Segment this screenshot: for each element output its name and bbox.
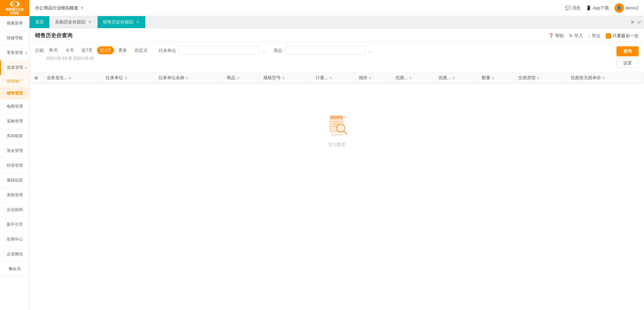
th-quantity-label: 数量: [482, 75, 490, 81]
date-btn-yesterday[interactable]: 昨天: [46, 46, 61, 54]
th-quoted-price-label: 报价: [359, 75, 368, 81]
sidebar-item-ecommerce[interactable]: 电商管理: [0, 99, 29, 114]
th-unit[interactable]: 计量...: [312, 72, 356, 84]
sort-down-icon12: [602, 78, 605, 80]
sort-up-icon6: [329, 76, 332, 78]
sort-up-icon7: [369, 76, 372, 78]
th-discount2[interactable]: 优惠...: [435, 72, 478, 84]
sidebar-item-purchase[interactable]: 采购管理: [0, 114, 29, 129]
data-table: ⚙ 业务发生...: [30, 72, 644, 84]
tab-home[interactable]: 首页: [30, 16, 50, 28]
settings-button[interactable]: 设置: [616, 58, 639, 68]
counterpart-label: 往来单位: [159, 46, 176, 54]
th-unit-label: 计量...: [316, 75, 328, 81]
sort-arrows-counterpart: [124, 76, 127, 80]
tab-purchase-history[interactable]: 采购历史价跟踪 ✕: [50, 16, 98, 28]
counterpart-input[interactable]: [179, 46, 259, 55]
sidebar-item-wholesale[interactable]: 批发管理: [0, 60, 29, 75]
sort-down-icon10: [492, 78, 494, 80]
date-btn-1month[interactable]: 近1月: [97, 46, 114, 54]
import-action[interactable]: ↻ 导入: [569, 33, 583, 39]
tabs-controls: ✕ ⤢: [631, 19, 644, 25]
header-title: 办公用品行业模拟账套: [35, 5, 78, 11]
sort-arrows-discount1: [409, 76, 412, 80]
date-range-display: 2023-02-18 至 2023-03-18: [46, 56, 151, 61]
sidebar-item-member[interactable]: 畅会员: [0, 262, 29, 276]
tab-sales-history[interactable]: 销售历史价跟踪 ✕: [98, 16, 146, 28]
th-discount1[interactable]: 优惠...: [392, 72, 435, 84]
sidebar-item-retail[interactable]: 零售管理: [0, 46, 29, 60]
only-last-label: 只看最后一次: [612, 33, 639, 39]
top-header: 办公用品行业模拟账套 ▾ 💬 消息 📱 App下载 👤 demo2: [30, 0, 644, 16]
tab-maximize[interactable]: ⤢: [637, 19, 641, 25]
help-icon: ❓: [548, 33, 554, 38]
finance-label: 资金管理: [7, 148, 23, 154]
dropdown-icon[interactable]: ▾: [81, 5, 84, 10]
sidebar-item-wechat[interactable]: 企业微信: [0, 247, 29, 262]
sort-down-icon4: [237, 78, 239, 80]
svg-line-10: [344, 131, 347, 134]
only-last-checkbox[interactable]: ✓ 只看最后一次: [606, 33, 639, 39]
th-discount1-label: 优惠...: [395, 75, 408, 81]
retail-label: 零售管理: [7, 50, 23, 56]
sidebar-item-finance[interactable]: 资金管理: [0, 144, 29, 158]
product-input[interactable]: [285, 46, 366, 55]
guide-label: 新手引导: [7, 222, 23, 227]
sidebar-item-marketing[interactable]: 营销推广: [0, 75, 29, 87]
sidebar-item-guide[interactable]: 新手引导: [0, 217, 29, 232]
th-pretax-price[interactable]: 优惠前无税单价: [567, 72, 644, 84]
sort-arrows-unit: [329, 76, 332, 80]
tabs-bar: 首页 采购历史价跟踪 ✕ 销售历史价跟踪 ✕ ✕ ⤢: [30, 16, 644, 28]
th-settings[interactable]: ⚙: [30, 72, 43, 84]
sidebar-item-operations[interactable]: 经营管理: [0, 158, 29, 173]
sidebar-item-inventory[interactable]: 库存核算: [0, 129, 29, 144]
th-counterpart-name[interactable]: 往来单位名称: [155, 72, 223, 84]
product-filter-group: 商品 ...: [274, 46, 372, 55]
th-quantity[interactable]: 数量: [478, 72, 515, 84]
filter-bar: 日期 昨天 今天 近7天 近1月 更多 自定义 2023-02-18 至 202…: [30, 42, 644, 72]
sidebar-item-sales[interactable]: 销售管理: [0, 87, 29, 99]
tab-sales-label: 销售历史价跟踪: [103, 19, 133, 25]
date-btn-today[interactable]: 今天: [62, 46, 77, 54]
table-header-row: ⚙ 业务发生...: [30, 72, 644, 84]
sidebar: 6 畅捷通好生意 标准版 搜索菜单 快捷导航 零售管理 批发管理 营销推广 销售…: [0, 0, 30, 310]
sidebar-item-enterprise[interactable]: 企业协同: [0, 203, 29, 217]
date-filter-options: 昨天 今天 近7天 近1月 更多 自定义 2023-02-18 至 2023-0…: [46, 46, 151, 61]
th-product-label: 商品: [227, 75, 235, 81]
sidebar-item-basic[interactable]: 基础信息: [0, 173, 29, 188]
sort-down-icon6: [329, 78, 332, 80]
date-btn-custom[interactable]: 自定义: [131, 46, 151, 54]
sort-up-icon12: [602, 76, 605, 78]
search-label: 搜索菜单: [7, 20, 23, 26]
th-business-date[interactable]: 业务发生...: [43, 72, 102, 84]
th-trade-type[interactable]: 交易类型: [515, 72, 567, 84]
tab-close-all[interactable]: ✕: [631, 19, 635, 25]
wholesale-label: 批发管理: [7, 65, 23, 70]
sidebar-item-search[interactable]: 搜索菜单: [0, 16, 29, 31]
counterpart-input-group: ...: [179, 46, 266, 55]
date-filter-group: 日期 昨天 今天 近7天 近1月 更多 自定义 2023-02-18 至 202…: [35, 46, 151, 61]
th-counterpart-code[interactable]: 往来单位: [102, 72, 155, 84]
sidebar-item-quick-nav[interactable]: 快捷导航: [0, 31, 29, 46]
sidebar-item-app-center[interactable]: 应用中心: [0, 232, 29, 247]
sort-arrows-spec: [282, 76, 285, 80]
date-btn-more[interactable]: 更多: [115, 46, 130, 54]
app-download-action[interactable]: 📱 App下载: [586, 5, 609, 11]
tab-purchase-close[interactable]: ✕: [88, 19, 92, 25]
th-product[interactable]: 商品: [223, 72, 260, 84]
sort-down-icon7: [369, 78, 372, 80]
th-quoted-price[interactable]: 报价: [356, 72, 392, 84]
help-action[interactable]: ❓ 帮助: [548, 33, 564, 39]
date-btn-7days[interactable]: 近7天: [78, 46, 96, 54]
settings-gear-icon: ⚙: [34, 75, 38, 81]
tab-sales-close[interactable]: ✕: [136, 19, 140, 25]
message-action[interactable]: 💬 消息: [565, 5, 581, 11]
user-avatar-action[interactable]: 👤 demo2: [614, 3, 639, 13]
query-button[interactable]: 查询: [616, 46, 639, 56]
sort-down-icon8: [409, 78, 412, 80]
th-counterpart-code-label: 往来单位: [106, 75, 123, 81]
th-spec[interactable]: 规格型号: [260, 72, 312, 84]
sidebar-item-system[interactable]: 系统管理: [0, 188, 29, 203]
header-right: 💬 消息 📱 App下载 👤 demo2: [565, 3, 639, 13]
export-action[interactable]: ↓ 导出: [588, 33, 601, 39]
